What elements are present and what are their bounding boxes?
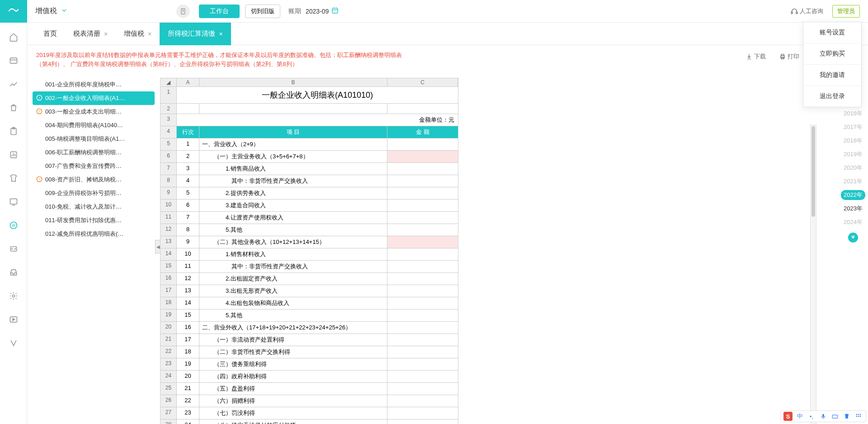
cell[interactable]: （一）非流动资产处置利得 xyxy=(199,334,387,346)
row-header[interactable]: 10 xyxy=(160,200,177,211)
form-list-item[interactable]: 009-企业所得税弥补亏损明… xyxy=(33,186,155,200)
form-list-item[interactable]: 007-广告费和业务宣传费跨… xyxy=(33,159,155,173)
tab[interactable]: 首页 xyxy=(35,23,65,45)
ime-punct-icon[interactable]: •, xyxy=(807,412,816,421)
ime-lang-icon[interactable]: 中 xyxy=(795,412,804,421)
cell[interactable]: 7 xyxy=(177,212,199,224)
cell[interactable]: 5.其他 xyxy=(199,310,387,321)
year-item[interactable]: 2021年 xyxy=(841,176,865,186)
year-item[interactable]: 2017年 xyxy=(841,122,865,132)
cell[interactable] xyxy=(387,419,458,424)
col-header-c[interactable]: C xyxy=(387,78,458,86)
cell[interactable] xyxy=(387,334,458,346)
row-header[interactable]: 5 xyxy=(160,138,177,150)
menu-buy-now[interactable]: 立即购买 xyxy=(803,43,861,65)
form-list-item[interactable]: 005-纳税调整项目明细表(A1… xyxy=(33,132,155,146)
form-list-item[interactable]: 006-职工薪酬纳税调整明细… xyxy=(33,146,155,159)
close-icon[interactable]: × xyxy=(219,30,222,38)
cell[interactable]: 20 xyxy=(177,371,199,382)
form-list-item[interactable]: !002-一般企业收入明细表(A1… xyxy=(33,91,155,105)
ime-keyboard-icon[interactable] xyxy=(830,412,840,421)
transfer-icon[interactable] xyxy=(8,243,19,254)
chart-icon[interactable] xyxy=(8,79,19,90)
cell[interactable]: （二）其他业务收入（10+12+13+14+15） xyxy=(199,236,387,248)
v-icon[interactable] xyxy=(8,338,19,348)
cell[interactable] xyxy=(387,395,458,407)
tax-icon[interactable]: 税 xyxy=(8,220,19,231)
cell[interactable]: （四）政府补助利得 xyxy=(199,371,387,382)
close-icon[interactable]: × xyxy=(104,30,108,38)
company-dropdown[interactable]: 增值税 xyxy=(35,6,68,16)
cell[interactable]: 8 xyxy=(177,224,199,236)
cell[interactable]: 5 xyxy=(177,187,199,199)
cell[interactable]: 2.出租固定资产收入 xyxy=(199,273,387,285)
cell[interactable] xyxy=(387,310,458,321)
year-item[interactable]: 2019年 xyxy=(841,149,865,159)
cell[interactable] xyxy=(387,407,458,419)
cell[interactable]: 3.建造合同收入 xyxy=(199,200,387,211)
row-header[interactable]: 28 xyxy=(160,419,177,424)
year-item[interactable]: 2024年 xyxy=(841,217,865,227)
cell[interactable]: 15 xyxy=(177,310,199,321)
cell[interactable] xyxy=(387,297,458,309)
row-header[interactable]: 16 xyxy=(160,273,177,285)
row-header[interactable]: 17 xyxy=(160,285,177,297)
cell[interactable] xyxy=(387,236,458,248)
ime-mic-icon[interactable] xyxy=(819,412,828,421)
cell[interactable] xyxy=(387,285,458,297)
cell[interactable]: 一、营业收入（2+9） xyxy=(199,138,387,150)
cell[interactable]: 10 xyxy=(177,248,199,260)
year-item[interactable]: 2020年 xyxy=(841,163,865,173)
row-header[interactable]: 24 xyxy=(160,371,177,382)
cell[interactable]: 4 xyxy=(177,175,199,187)
consult-link[interactable]: 人工咨询 xyxy=(791,7,823,15)
row-header[interactable]: 23 xyxy=(160,358,177,370)
cell[interactable]: 13 xyxy=(177,285,199,297)
cell[interactable]: 23 xyxy=(177,407,199,419)
ime-logo-icon[interactable]: S xyxy=(783,412,793,421)
cell[interactable] xyxy=(387,175,458,187)
row-header[interactable]: 8 xyxy=(160,175,177,187)
row-header[interactable]: 9 xyxy=(160,187,177,199)
col-header-b[interactable]: B xyxy=(199,78,387,86)
cell[interactable] xyxy=(387,151,458,162)
year-item[interactable]: 2018年 xyxy=(841,136,865,146)
cell[interactable]: 4.出租包装物和商品收入 xyxy=(199,297,387,309)
app-logo[interactable] xyxy=(0,0,27,23)
tab[interactable]: 税表清册× xyxy=(65,23,116,45)
form-list-item[interactable]: !003-一般企业成本支出明细… xyxy=(33,105,155,119)
cell[interactable]: 22 xyxy=(177,395,199,407)
report-icon[interactable] xyxy=(8,149,19,160)
inbox-icon[interactable] xyxy=(8,267,19,278)
form-list-item[interactable]: 012-减免所得税优惠明细表(… xyxy=(33,227,155,241)
row-header[interactable]: 12 xyxy=(160,224,177,236)
cell[interactable]: 16 xyxy=(177,322,199,333)
bag-icon[interactable] xyxy=(8,102,19,113)
cell[interactable]: 4.让渡资产使用权收入 xyxy=(199,212,387,224)
switch-version-button[interactable]: 切到旧版 xyxy=(245,5,280,18)
tab[interactable]: 增值税× xyxy=(116,23,160,45)
cell[interactable]: 3 xyxy=(177,163,199,175)
row-header[interactable]: 11 xyxy=(160,212,177,224)
cell[interactable]: 1.销售商品收入 xyxy=(199,163,387,175)
cell[interactable] xyxy=(387,346,458,358)
spreadsheet[interactable]: ◢ A B C 1一般企业收入明细表(A101010) 2 3金额单位：元 4行… xyxy=(160,78,458,424)
cell[interactable]: 2.提供劳务收入 xyxy=(199,187,387,199)
tshirt-icon[interactable] xyxy=(8,173,19,184)
cell[interactable] xyxy=(387,322,458,333)
cell[interactable]: （五）盘盈利得 xyxy=(199,383,387,395)
doc-icon[interactable] xyxy=(176,5,190,18)
menu-logout[interactable]: 退出登录 xyxy=(803,86,861,107)
row-header[interactable]: 22 xyxy=(160,346,177,358)
row-header[interactable]: 15 xyxy=(160,261,177,272)
row-header[interactable]: 26 xyxy=(160,395,177,407)
cell[interactable]: 二、营业外收入（17+18+19+20+21+22+23+24+25+26） xyxy=(199,322,387,333)
cell[interactable] xyxy=(387,358,458,370)
row-header[interactable]: 7 xyxy=(160,163,177,175)
cell[interactable]: 24 xyxy=(177,419,199,424)
cell[interactable] xyxy=(387,200,458,211)
cell[interactable] xyxy=(387,187,458,199)
cell[interactable] xyxy=(387,212,458,224)
row-header[interactable]: 19 xyxy=(160,310,177,321)
year-item[interactable]: 2022年 xyxy=(841,190,865,200)
